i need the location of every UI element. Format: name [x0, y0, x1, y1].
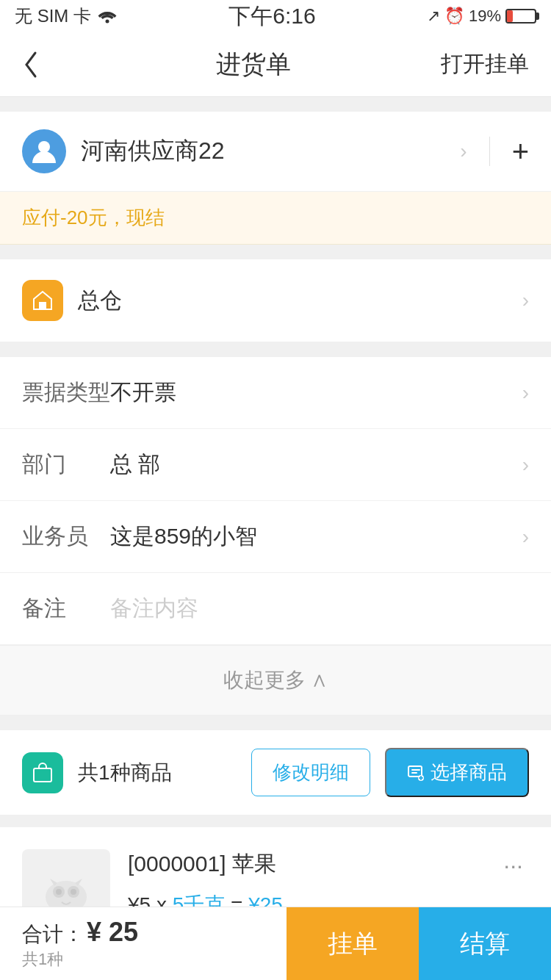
- status-time: 下午6:16: [228, 1, 315, 32]
- department-row[interactable]: 部门 总 部 ›: [0, 429, 551, 501]
- warehouse-name: 总仓: [78, 286, 522, 316]
- salesperson-label: 业务员: [22, 522, 110, 552]
- open-pending-button[interactable]: 打开挂单: [441, 49, 529, 79]
- wifi-icon: [97, 9, 118, 24]
- shopping-bag-icon: [31, 761, 54, 785]
- department-label: 部门: [22, 450, 110, 480]
- battery-icon: [505, 9, 536, 24]
- warehouse-icon-bg: [22, 280, 63, 321]
- add-supplier-button[interactable]: +: [512, 135, 529, 168]
- department-value: 总 部: [110, 450, 522, 480]
- remark-row[interactable]: 备注 备注内容: [0, 573, 551, 645]
- invoice-type-label: 票据类型: [22, 378, 110, 408]
- supplier-name: 河南供应商22: [81, 135, 460, 167]
- goods-header: 共1种商品 修改明细 选择商品: [0, 730, 551, 815]
- total-section: 合计： ¥ 25 共1种: [0, 907, 287, 980]
- divider-2: [0, 245, 551, 259]
- svg-rect-3: [34, 768, 51, 782]
- total-label: 合计：: [22, 920, 84, 948]
- supplier-avatar: [22, 129, 66, 173]
- product-name: [0000001] 苹果: [128, 849, 480, 879]
- goods-icon-bg: [22, 752, 63, 793]
- product-more-button[interactable]: ···: [497, 849, 529, 882]
- location-icon: ↗: [427, 7, 440, 26]
- svg-rect-4: [408, 766, 422, 777]
- total-amount: ¥ 25: [87, 917, 138, 948]
- remark-label: 备注: [22, 594, 110, 624]
- invoice-type-chevron-icon: ›: [522, 381, 529, 405]
- supplier-chevron-icon: ›: [460, 140, 467, 163]
- payment-hint: 应付-20元，现结: [0, 192, 551, 245]
- total-sub: 共1种: [22, 948, 264, 970]
- divider-4: [0, 716, 551, 730]
- supplier-row[interactable]: 河南供应商22 › +: [0, 112, 551, 192]
- status-indicators: ↗ ⏰ 19%: [427, 7, 536, 26]
- divider-1: [0, 97, 551, 112]
- goods-count: 共1种商品: [78, 759, 237, 787]
- svg-point-1: [38, 141, 50, 153]
- invoice-type-row[interactable]: 票据类型 不开票 ›: [0, 357, 551, 429]
- department-chevron-icon: ›: [522, 453, 529, 477]
- salesperson-chevron-icon: ›: [522, 525, 529, 549]
- svg-point-9: [56, 889, 62, 895]
- nav-bar: 进货单 打开挂单: [0, 32, 551, 97]
- back-button[interactable]: [22, 50, 66, 79]
- battery-level: 19%: [469, 7, 501, 26]
- salesperson-value: 这是859的小智: [110, 522, 522, 552]
- select-goods-icon: [407, 764, 425, 782]
- person-icon: [31, 138, 57, 165]
- hang-order-button[interactable]: 挂单: [287, 907, 419, 980]
- salesperson-row[interactable]: 业务员 这是859的小智 ›: [0, 501, 551, 573]
- collapse-label: 收起更多 ∧: [223, 666, 328, 694]
- status-carrier: 无 SIM 卡: [15, 4, 118, 28]
- svg-point-10: [71, 889, 76, 895]
- modify-detail-button[interactable]: 修改明细: [251, 749, 370, 796]
- divider-3: [0, 342, 551, 357]
- collapse-row[interactable]: 收起更多 ∧: [0, 645, 551, 716]
- invoice-type-value: 不开票: [110, 378, 522, 408]
- supplier-section: 河南供应商22 › + 应付-20元，现结: [0, 112, 551, 245]
- warehouse-row[interactable]: 总仓 ›: [0, 259, 551, 342]
- form-section: 票据类型 不开票 › 部门 总 部 › 业务员 这是859的小智 › 备注 备注…: [0, 357, 551, 645]
- page-title: 进货单: [216, 48, 291, 82]
- warehouse-chevron-icon: ›: [522, 289, 529, 312]
- warehouse-icon: [31, 289, 54, 312]
- vertical-divider: [489, 137, 490, 166]
- alarm-icon: ⏰: [444, 7, 464, 26]
- bottom-bar: 合计： ¥ 25 共1种 挂单 结算: [0, 907, 551, 980]
- svg-point-0: [106, 20, 109, 24]
- select-goods-button[interactable]: 选择商品: [385, 748, 529, 797]
- checkout-button[interactable]: 结算: [419, 907, 551, 980]
- status-bar: 无 SIM 卡 下午6:16 ↗ ⏰ 19%: [0, 0, 551, 32]
- warehouse-section: 总仓 ›: [0, 259, 551, 342]
- remark-input[interactable]: 备注内容: [110, 594, 529, 624]
- svg-rect-2: [39, 302, 46, 309]
